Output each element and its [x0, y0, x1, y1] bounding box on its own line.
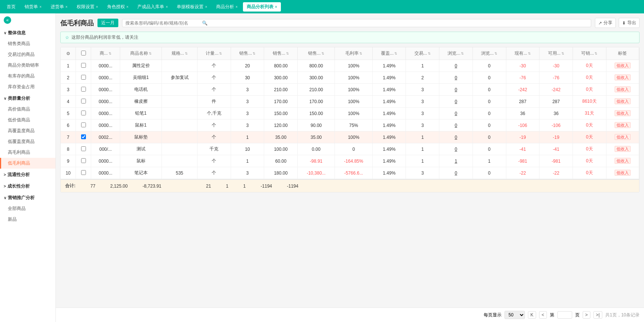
col-header-view2[interactable]: 浏览...⇅: [472, 47, 506, 60]
col-header-gross_rate[interactable]: 毛利率⇅: [335, 47, 372, 60]
nav-item-权限设置[interactable]: 权限设置×: [73, 2, 102, 12]
nav-item-首页[interactable]: 首页: [3, 2, 19, 12]
view-link[interactable]: 0: [455, 147, 457, 152]
close-nav-icon[interactable]: ×: [39, 5, 42, 9]
sidebar-item-交易过的商品[interactable]: 交易过的商品: [0, 49, 55, 60]
select-all-checkbox[interactable]: [81, 51, 86, 55]
sidebar-item-低价值商品[interactable]: 低价值商品: [0, 115, 55, 125]
table-row[interactable]: 30000...电话机个3210.00210.00100%1.49%300-24…: [61, 84, 639, 96]
row-view1[interactable]: 0: [439, 167, 473, 179]
row-checkbox[interactable]: [76, 72, 91, 84]
col-header-sellable[interactable]: 可销...⇅: [573, 47, 606, 60]
row-checkbox[interactable]: [76, 119, 91, 131]
row-select-checkbox[interactable]: [81, 134, 86, 139]
table-row[interactable]: 70002...鼠标垫个135.0035.00100%1.49%100-19-1…: [61, 131, 639, 143]
view-link[interactable]: 1: [455, 159, 457, 164]
next-page-button[interactable]: >: [583, 311, 590, 319]
view-link[interactable]: 0: [455, 135, 457, 140]
col-header-available[interactable]: 可用...⇅: [539, 47, 573, 60]
row-checkbox[interactable]: [76, 131, 91, 143]
sidebar-item-全部商品[interactable]: 全部商品: [0, 203, 55, 214]
col-header-coverage[interactable]: 覆盖...⇅: [372, 47, 406, 60]
row-view1[interactable]: 0: [439, 119, 473, 131]
row-view1[interactable]: 0: [439, 96, 473, 108]
col-header-sale_price[interactable]: 销售...⇅: [264, 47, 298, 60]
sidebar-item-有库存的商品[interactable]: 有库存的商品: [0, 71, 55, 82]
row-select-checkbox[interactable]: [81, 122, 86, 127]
close-nav-icon[interactable]: ×: [205, 5, 207, 9]
row-select-checkbox[interactable]: [81, 63, 86, 68]
row-view1[interactable]: 0: [439, 131, 473, 143]
close-nav-icon[interactable]: ×: [65, 5, 68, 9]
table-row[interactable]: 90000...鼠标个160.00-98.91-164.85%1.49%111-…: [61, 155, 639, 167]
sidebar-section-营销推广分析[interactable]: ∨营销推广分析: [0, 192, 55, 203]
table-row[interactable]: 40000...橡皮擦件3170.00170.00100%1.49%300287…: [61, 96, 639, 108]
table-row[interactable]: 60000...鼠标1个3120.0090.0075%1.49%300-106-…: [61, 119, 639, 131]
table-row[interactable]: 100000...笔记本535个3180.00-10,380...-5766.6…: [61, 167, 639, 179]
view-link[interactable]: 0: [455, 75, 457, 80]
row-checkbox[interactable]: [76, 143, 91, 155]
page-number-input[interactable]: 1: [557, 311, 572, 319]
row-select-checkbox[interactable]: [81, 170, 86, 175]
row-checkbox[interactable]: [76, 96, 91, 108]
row-select-checkbox[interactable]: [81, 87, 86, 92]
row-checkbox[interactable]: [76, 167, 91, 179]
search-input[interactable]: [125, 20, 200, 26]
col-header-unit[interactable]: 计量...⇅: [198, 47, 231, 60]
table-row[interactable]: 10000...属性定价个20800.00800.00100%1.49%100-…: [61, 60, 639, 72]
sidebar-item-高价值商品[interactable]: 高价值商品: [0, 104, 55, 115]
view-link[interactable]: 0: [455, 170, 457, 176]
table-row[interactable]: 8000/...测试千克10100.000.0001.49%100-41-410…: [61, 143, 639, 155]
col-header-stock[interactable]: 现有...⇅: [506, 47, 539, 60]
row-select-checkbox[interactable]: [81, 99, 86, 103]
view-link[interactable]: 0: [455, 111, 457, 116]
sidebar-item-商品分类助销率[interactable]: 商品分类助销率: [0, 60, 55, 71]
nav-item-单据模板设置[interactable]: 单据模板设置×: [173, 2, 211, 12]
export-button[interactable]: ⬇ 导出: [619, 18, 640, 28]
sidebar-section-成长性分析[interactable]: >成长性分析: [0, 180, 55, 192]
col-header-name[interactable]: 商品名称⇅: [120, 47, 162, 60]
table-row[interactable]: 50000...铅笔1个,千克3150.00150.00100%1.49%300…: [61, 108, 639, 119]
sidebar-section-流通性分析[interactable]: >流通性分析: [0, 169, 55, 180]
col-header-code[interactable]: 商...⇅: [91, 47, 120, 60]
row-view1[interactable]: 0: [439, 84, 473, 96]
row-view1[interactable]: 1: [439, 155, 473, 167]
row-view1[interactable]: 0: [439, 108, 473, 119]
share-button[interactable]: ↗ 分享: [595, 18, 616, 28]
nav-item-进货单[interactable]: 进货单×: [47, 2, 71, 12]
row-select-checkbox[interactable]: [81, 146, 86, 151]
row-checkbox[interactable]: [76, 84, 91, 96]
view-link[interactable]: 0: [455, 99, 457, 104]
nav-item-销货单[interactable]: 销货单×: [21, 2, 45, 12]
view-link[interactable]: 0: [455, 123, 457, 128]
close-nav-icon[interactable]: ×: [126, 5, 129, 9]
prev-page-button[interactable]: <: [539, 311, 547, 319]
search-icon[interactable]: 🔍: [202, 20, 208, 26]
time-filter-button[interactable]: 近一月: [97, 19, 118, 27]
sidebar-section-整体信息[interactable]: ∨整体信息: [0, 27, 55, 38]
close-nav-icon[interactable]: ×: [96, 5, 98, 9]
sidebar-item-新品[interactable]: 新品: [0, 214, 55, 225]
row-select-checkbox[interactable]: [81, 75, 86, 80]
close-nav-icon[interactable]: ×: [236, 5, 238, 9]
sidebar-collapse-button[interactable]: «: [4, 16, 11, 24]
sidebar-item-库存资金占用[interactable]: 库存资金占用: [0, 82, 55, 92]
col-header-view1[interactable]: 浏览...⇅: [439, 47, 473, 60]
nav-item-商品分析[interactable]: 商品分析×: [212, 2, 241, 12]
row-checkbox[interactable]: [76, 108, 91, 119]
table-row[interactable]: 20000...吴细细1参加复试个30300.00300.00100%1.49%…: [61, 72, 639, 84]
sidebar-item-低覆盖度商品[interactable]: 低覆盖度商品: [0, 136, 55, 147]
col-header-sale_amount[interactable]: 销售...⇅: [298, 47, 335, 60]
sidebar-item-高覆盖度商品[interactable]: 高覆盖度商品: [0, 125, 55, 136]
first-page-button[interactable]: K: [528, 311, 536, 319]
view-link[interactable]: 0: [455, 63, 457, 68]
row-checkbox[interactable]: [76, 60, 91, 72]
col-header-sale_qty[interactable]: 销售...⇅: [231, 47, 264, 60]
row-view1[interactable]: 0: [439, 60, 473, 72]
row-select-checkbox[interactable]: [81, 111, 86, 115]
last-page-button[interactable]: >|: [593, 311, 602, 319]
row-checkbox[interactable]: [76, 155, 91, 167]
row-select-checkbox[interactable]: [81, 158, 86, 163]
sidebar-item-高毛利商品[interactable]: 高毛利商品: [0, 147, 55, 158]
row-view1[interactable]: 0: [439, 143, 473, 155]
